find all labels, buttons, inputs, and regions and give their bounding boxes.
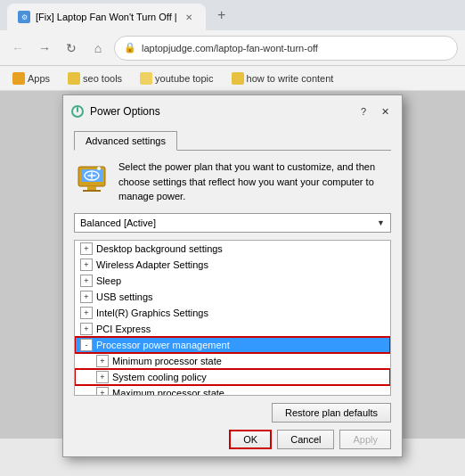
url-text: laptopjudge.com/laptop-fan-wont-turn-off xyxy=(142,43,318,53)
tree-label-wireless: Wireless Adapter Settings xyxy=(94,259,208,270)
tree-label-pci: PCI Express xyxy=(94,324,151,334)
power-description-icon xyxy=(74,160,110,195)
bookmark-write-label: how to write content xyxy=(247,73,334,84)
tree-item-desktop-bg[interactable]: + Desktop background settings xyxy=(75,241,390,257)
back-button[interactable]: ← xyxy=(7,37,29,59)
plan-dropdown-value: Balanced [Active] xyxy=(80,217,156,228)
svg-point-5 xyxy=(97,167,101,170)
write-icon xyxy=(232,72,244,85)
bookmark-youtube[interactable]: youtube topic xyxy=(135,70,218,86)
url-box[interactable]: 🔒 laptopjudge.com/laptop-fan-wont-turn-o… xyxy=(114,36,458,61)
youtube-icon xyxy=(140,72,152,85)
expand-min-processor[interactable]: + xyxy=(96,355,109,367)
forward-button[interactable]: → xyxy=(34,37,55,59)
tree-item-processor-mgmt[interactable]: - Processor power management xyxy=(75,337,390,353)
tree-item-min-processor[interactable]: + Minimum processor state xyxy=(75,353,390,369)
dropdown-row: Balanced [Active] ▼ xyxy=(74,213,391,233)
dropdown-arrow-icon: ▼ xyxy=(377,218,385,227)
settings-tree[interactable]: + Desktop background settings + Wireless… xyxy=(74,240,391,396)
tree-label-max-processor: Maximum processor state xyxy=(110,388,224,396)
bookmark-apps[interactable]: Apps xyxy=(7,70,55,86)
dialog-close-button[interactable]: ✕ xyxy=(375,103,395,120)
bookmark-write[interactable]: how to write content xyxy=(226,70,339,86)
tree-item-pci[interactable]: + PCI Express xyxy=(75,321,390,337)
home-button[interactable]: ⌂ xyxy=(87,37,109,59)
tree-label-system-cooling: System cooling policy xyxy=(110,372,207,382)
tree-item-wireless[interactable]: + Wireless Adapter Settings xyxy=(75,257,390,273)
svg-rect-3 xyxy=(87,186,96,190)
description-text: Select the power plan that you want to c… xyxy=(118,160,391,204)
tree-item-sleep[interactable]: + Sleep xyxy=(75,273,390,289)
dialog-tabs: Advanced settings xyxy=(74,131,391,151)
svg-rect-4 xyxy=(83,190,101,192)
expand-usb[interactable]: + xyxy=(80,291,93,303)
expand-intel[interactable]: + xyxy=(80,307,93,319)
expand-max-processor[interactable]: + xyxy=(96,387,109,396)
bottom-buttons: OK Cancel Apply xyxy=(74,430,391,449)
dialog-controls: ? ✕ xyxy=(354,103,395,120)
cancel-button[interactable]: Cancel xyxy=(277,430,334,449)
seo-icon xyxy=(68,72,80,85)
browser-window: ⚙ [Fix] Laptop Fan Won't Turn Off | ✕ + … xyxy=(0,0,465,91)
bookmark-seo-label: seo tools xyxy=(83,73,122,84)
tree-label-intel: Intel(R) Graphics Settings xyxy=(94,308,208,318)
tree-item-max-processor[interactable]: + Maximum processor state xyxy=(75,385,390,396)
tree-label-min-processor: Minimum processor state xyxy=(110,356,222,366)
dialog-body: Advanced settings Select the power pla xyxy=(63,124,402,456)
active-tab[interactable]: ⚙ [Fix] Laptop Fan Won't Turn Off | ✕ xyxy=(7,4,206,30)
bookmarks-bar: Apps seo tools youtube topic how to writ… xyxy=(0,66,465,91)
plan-dropdown[interactable]: Balanced [Active] ▼ xyxy=(74,213,391,233)
tab-favicon: ⚙ xyxy=(18,11,30,23)
expand-wireless[interactable]: + xyxy=(80,259,93,271)
dialog-titlebar: Power Options ? ✕ xyxy=(63,95,402,124)
tree-item-usb[interactable]: + USB settings xyxy=(75,289,390,305)
apply-button[interactable]: Apply xyxy=(339,430,391,449)
expand-desktop-bg[interactable]: + xyxy=(80,242,93,255)
expand-system-cooling[interactable]: + xyxy=(96,371,109,383)
dialog-title-left: Power Options xyxy=(70,104,160,119)
tree-label-processor-mgmt: Processor power management xyxy=(94,340,230,350)
tree-label-sleep: Sleep xyxy=(94,275,121,286)
bookmark-youtube-label: youtube topic xyxy=(155,73,213,84)
tab-bar: ⚙ [Fix] Laptop Fan Won't Turn Off | ✕ + xyxy=(0,0,465,30)
dialog-help-button[interactable]: ? xyxy=(354,103,373,120)
tree-item-system-cooling[interactable]: + System cooling policy xyxy=(75,369,390,385)
dialog-overlay: Power Options ? ✕ Advanced settings xyxy=(0,91,465,439)
power-options-dialog: Power Options ? ✕ Advanced settings xyxy=(62,94,403,457)
lock-icon: 🔒 xyxy=(124,42,136,53)
advanced-settings-tab[interactable]: Advanced settings xyxy=(74,131,177,151)
restore-defaults-button[interactable]: Restore plan defaults xyxy=(272,403,391,423)
expand-processor-mgmt[interactable]: - xyxy=(80,339,93,351)
page-content: Power Options ? ✕ Advanced settings xyxy=(0,91,465,439)
dialog-title-text: Power Options xyxy=(90,105,160,118)
description-area: Select the power plan that you want to c… xyxy=(74,160,391,204)
apps-icon xyxy=(12,72,25,85)
tree-item-intel[interactable]: + Intel(R) Graphics Settings xyxy=(75,305,390,321)
restore-row: Restore plan defaults xyxy=(74,403,391,423)
power-icon xyxy=(70,104,85,119)
expand-pci[interactable]: + xyxy=(80,323,93,335)
tab-title: [Fix] Laptop Fan Won't Turn Off | xyxy=(36,12,177,22)
bookmark-seo[interactable]: seo tools xyxy=(62,70,127,86)
expand-sleep[interactable]: + xyxy=(80,275,93,287)
tree-label-desktop-bg: Desktop background settings xyxy=(94,243,223,254)
new-tab-button[interactable]: + xyxy=(209,3,234,28)
reload-button[interactable]: ↻ xyxy=(61,37,82,59)
bookmark-apps-label: Apps xyxy=(28,73,50,84)
tab-close-button[interactable]: ✕ xyxy=(183,11,195,23)
address-bar: ← → ↻ ⌂ 🔒 laptopjudge.com/laptop-fan-won… xyxy=(0,30,465,66)
ok-button[interactable]: OK xyxy=(229,430,272,449)
tree-label-usb: USB settings xyxy=(94,291,153,302)
